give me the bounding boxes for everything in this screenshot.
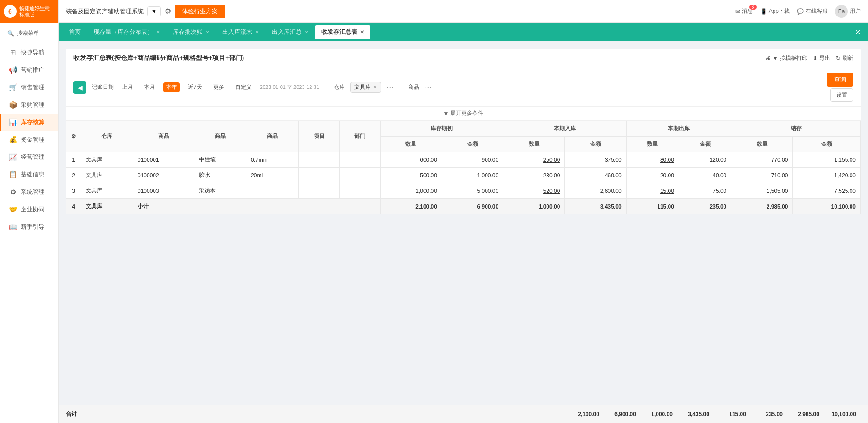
query-btn[interactable]: 查询 [827, 73, 853, 87]
marketing-icon: 📢 [9, 66, 17, 74]
sidebar-item-basic[interactable]: 📋 基础信息 [0, 166, 58, 183]
date-custom-btn[interactable]: 自定义 [232, 82, 254, 92]
col-in-qty-header: 数量 [503, 137, 565, 152]
tab-batch-close[interactable]: ✕ [205, 29, 210, 35]
subtotal-in-qty: 1,000.00 [503, 199, 565, 214]
exp-btn[interactable]: 体验行业方案 [175, 5, 225, 18]
print-btn[interactable]: 🖨 ▼ 按模板打印 [765, 55, 807, 62]
export-btn[interactable]: ⬇ 导出 [813, 55, 830, 62]
sidebar-item-marketing[interactable]: 📢 营销推广 [0, 61, 58, 79]
tab-recv-send-close[interactable]: ✕ [360, 29, 364, 35]
tab-recv-send-label: 收发存汇总表 [321, 28, 357, 36]
warehouse-tag-close[interactable]: ✕ [373, 84, 377, 90]
tab-batch-label: 库存批次账 [173, 28, 203, 36]
set-btn[interactable]: 设置 [830, 88, 853, 102]
tab-batch[interactable]: 库存批次账 ✕ [166, 25, 216, 39]
date-7days-btn[interactable]: 近7天 [185, 82, 205, 92]
sidebar-item-system[interactable]: ⚙ 系统管理 [0, 183, 58, 201]
search-icon: 🔍 [7, 30, 14, 37]
system-icon: ⚙ [9, 188, 17, 196]
table-row: 2 文具库 0100002 胶水 20ml 500.00 1,000.00 23… [66, 168, 861, 183]
sidebar-item-inventory[interactable]: 📊 库存核算 [0, 114, 58, 131]
subtotal-out-amt: 235.00 [679, 199, 731, 214]
row-bal-qty: 710.00 [731, 168, 793, 183]
mobile-icon: 📱 [760, 8, 767, 15]
sidebar-item-label: 采购管理 [21, 101, 44, 109]
sidebar-item-sales[interactable]: 🛒 销售管理 [0, 79, 58, 96]
main-table: ⚙ 仓库 商品 商品 商品 项目 部门 库存期初 本期入库 本期出库 结存 数量 [66, 121, 861, 214]
sidebar-item-operations[interactable]: 📈 经营管理 [0, 148, 58, 166]
col-spec-header: 商品 [246, 121, 299, 152]
sidebar-item-guide[interactable]: 📖 新手引导 [0, 218, 58, 236]
expand-more-btn[interactable]: ▼ 展开更多条件 [443, 110, 484, 117]
app-download-btn[interactable]: 📱 App下载 [760, 7, 790, 15]
sidebar: 6 畅捷通好生意 标准版 🔍 搜索菜单 ⊞ 快捷导航 📢 营销推广 🛒 销售管理… [0, 0, 59, 423]
footer-total-out-amt: 235.00 [751, 411, 787, 418]
message-btn[interactable]: ✉ 消息 6 [735, 7, 753, 15]
row-in-qty[interactable]: 230.00 [503, 168, 565, 183]
col-bal-header: 结存 [731, 121, 861, 137]
search-menu-button[interactable]: 🔍 搜索菜单 [4, 27, 55, 40]
row-in-qty[interactable]: 520.00 [503, 183, 565, 199]
filter-toggle-btn[interactable]: ◀ [73, 81, 86, 94]
col-in-header: 本期入库 [503, 121, 626, 137]
footer-total-in-amt: 3,435.00 [677, 411, 714, 418]
tab-inout-flow[interactable]: 出入库流水 ✕ [216, 25, 265, 39]
settings-icon[interactable]: ⚙ [165, 7, 171, 16]
row-num: 1 [66, 152, 81, 168]
tab-recv-send[interactable]: 收发存汇总表 ✕ [315, 25, 370, 39]
tab-stock-dist[interactable]: 现存量（库存分布表） ✕ [87, 25, 166, 39]
date-label: 记账日期 [92, 83, 114, 91]
row-in-qty[interactable]: 250.00 [503, 152, 565, 168]
date-this-month-btn[interactable]: 本月 [141, 82, 158, 92]
col-settings[interactable]: ⚙ [66, 121, 81, 152]
tab-inout-flow-close[interactable]: ✕ [255, 29, 259, 35]
sidebar-item-quick-nav[interactable]: ⊞ 快捷导航 [0, 44, 58, 61]
tab-inout-summary-close[interactable]: ✕ [304, 29, 309, 35]
message-icon: ✉ [735, 8, 740, 15]
warehouse-more[interactable]: ··· [387, 82, 393, 92]
col-bal-qty-header: 数量 [731, 137, 793, 152]
sidebar-item-purchase[interactable]: 📦 采购管理 [0, 96, 58, 114]
system-dropdown[interactable]: ▼ [147, 6, 161, 16]
sidebar-item-finance[interactable]: 💰 资金管理 [0, 131, 58, 148]
sidebar-nav: ⊞ 快捷导航 📢 营销推广 🛒 销售管理 📦 采购管理 📊 库存核算 💰 资金管… [0, 44, 58, 423]
row-out-qty[interactable]: 80.00 [626, 152, 679, 168]
col-out-amt-header: 金额 [679, 137, 731, 152]
goods-more[interactable]: ··· [425, 82, 431, 92]
row-project [299, 168, 339, 183]
row-project [299, 152, 339, 168]
row-out-amt: 40.00 [679, 168, 731, 183]
row-out-qty[interactable]: 15.00 [626, 183, 679, 199]
tab-inout-summary[interactable]: 出入库汇总 ✕ [265, 25, 315, 39]
sidebar-item-label: 基础信息 [21, 170, 44, 179]
sidebar-item-label: 企业协同 [21, 205, 44, 214]
purchase-icon: 📦 [9, 101, 17, 109]
col-out-qty-header: 数量 [626, 137, 679, 152]
row-out-qty[interactable]: 20.00 [626, 168, 679, 183]
col-init-header: 库存期初 [380, 121, 503, 137]
footer-total-init-qty: 2,100.00 [567, 411, 604, 418]
main-content: 收发存汇总表(按仓库+商品编码+商品+规格型号+项目+部门) 🖨 ▼ 按模板打印… [59, 41, 868, 423]
date-this-year-btn[interactable]: 本年 [163, 82, 180, 92]
row-spec: 0.7mm [246, 152, 299, 168]
top-header: 装备及固定资产辅助管理系统 ▼ ⚙ 体验行业方案 ✉ 消息 6 📱 App下载 … [59, 0, 868, 23]
row-warehouse: 文具库 [81, 168, 133, 183]
print-icon: 🖨 [765, 55, 771, 61]
row-bal-qty: 770.00 [731, 152, 793, 168]
tab-home[interactable]: 首页 [62, 25, 87, 39]
date-last-month-btn[interactable]: 上月 [119, 82, 136, 92]
row-init-qty: 600.00 [380, 152, 442, 168]
date-more-btn[interactable]: 更多 [210, 82, 227, 92]
tab-bar-close[interactable]: ✕ [851, 26, 864, 38]
tab-stock-dist-label: 现存量（库存分布表） [94, 28, 153, 36]
sidebar-search-area: 🔍 搜索菜单 [0, 23, 58, 44]
row-num: 3 [66, 183, 81, 199]
online-service-btn[interactable]: 💬 在线客服 [797, 7, 828, 15]
tab-stock-dist-close[interactable]: ✕ [156, 29, 160, 35]
sidebar-item-cooperation[interactable]: 🤝 企业协同 [0, 201, 58, 218]
refresh-btn[interactable]: ↻ 刷新 [836, 55, 853, 62]
tab-home-label: 首页 [69, 28, 81, 36]
user-menu[interactable]: Ea 用户 [835, 5, 861, 18]
row-project [299, 183, 339, 199]
